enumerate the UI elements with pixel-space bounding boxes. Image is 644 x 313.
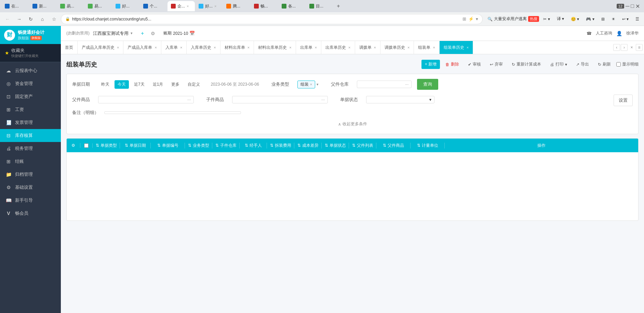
query-button[interactable]: 查询 xyxy=(417,79,438,90)
tab-transfer[interactable]: 调拨单 × xyxy=(355,41,380,54)
browser-tab-8[interactable]: 好... × xyxy=(195,1,223,11)
brightness-tool[interactable]: ☀ xyxy=(609,16,617,22)
translate-tool[interactable]: 译 ▾ xyxy=(555,15,566,23)
tab-close[interactable]: × xyxy=(155,45,157,49)
tab-transfer-history[interactable]: 调拨单历史 × xyxy=(380,41,414,54)
nav-item-invoice[interactable]: 🧾 发票管理 xyxy=(0,116,61,129)
date-option-1month[interactable]: 近1月 xyxy=(150,80,166,89)
tab-close[interactable]: × xyxy=(348,45,350,49)
nav-left-arrow[interactable]: ‹ xyxy=(613,44,620,51)
recalculate-button[interactable]: ↻ 重新计算成本 xyxy=(508,60,545,69)
grid-tool[interactable]: ⊞ xyxy=(599,16,607,22)
col-header-disassemble-fee[interactable]: ⇅ 拆装费用 xyxy=(267,143,294,148)
tab-close[interactable]: × xyxy=(180,45,182,49)
nav-menu-button[interactable]: ≡ xyxy=(636,44,643,51)
date-option-custom[interactable]: 自定义 xyxy=(185,80,203,89)
cut-tool[interactable]: ✂ ▾ xyxy=(541,16,552,22)
col-header-unit[interactable]: ⇅ 计量单位 xyxy=(411,143,445,148)
col-header-date[interactable]: ⇅ 单据日期 xyxy=(120,143,151,148)
col-header-number[interactable]: ⇅ 单据编号 xyxy=(151,143,185,148)
nav-item-salary[interactable]: ⊞ 工资 xyxy=(0,103,61,116)
tab-close[interactable]: × xyxy=(117,45,119,49)
tab-close[interactable]: × xyxy=(374,45,376,49)
minimize-button[interactable]: ─ xyxy=(626,3,629,9)
header-checkbox[interactable] xyxy=(84,143,89,148)
settings-button[interactable]: 设置 xyxy=(614,95,633,106)
undo-tool[interactable]: ↩ ▾ xyxy=(620,16,631,22)
emoji-tool[interactable]: 😊 ▾ xyxy=(569,16,581,22)
close-button[interactable]: ✕ xyxy=(635,3,640,10)
browser-tab-3[interactable]: 易... xyxy=(57,1,84,11)
col-header-cost-diff[interactable]: ⇅ 成本差异 xyxy=(294,143,322,148)
child-goods-more[interactable]: ··· xyxy=(321,97,325,102)
menu-tool[interactable]: ☰ xyxy=(633,16,641,22)
tab-material-outbound[interactable]: 材料出库单 × xyxy=(220,41,254,54)
tab-outbound-history[interactable]: 出库单历史 × xyxy=(321,41,355,54)
nav-item-settle[interactable]: ⊞ 结账 xyxy=(0,155,61,168)
column-settings-button[interactable]: ⚙ xyxy=(67,143,80,148)
browser-tab-9[interactable]: 腾... xyxy=(223,1,250,11)
back-button[interactable]: ← xyxy=(3,14,12,24)
calendar-icon[interactable]: 📅 xyxy=(189,31,195,36)
col-header-status[interactable]: ⇅ 单据状态 xyxy=(322,143,349,148)
tab-assembly-history[interactable]: 组装单历史 × xyxy=(440,41,473,54)
game-tool[interactable]: 🎮 ▾ xyxy=(584,16,596,22)
status-select[interactable]: ▾ xyxy=(366,96,434,103)
tab-production-inbound-history[interactable]: 产成品入库单历史 × xyxy=(78,41,123,54)
nav-right-arrow[interactable]: › xyxy=(621,44,628,51)
col-header-type[interactable]: ⇅ 单据类型 xyxy=(93,143,120,148)
browser-tab-active[interactable]: 企... × xyxy=(167,1,195,11)
nav-item-guide[interactable]: 📖 新手引导 xyxy=(0,194,61,207)
col-header-parent-list[interactable]: ⇅ 父件列表 xyxy=(349,143,376,148)
browser-tab-1[interactable]: 在... xyxy=(1,1,29,11)
nav-item-funds[interactable]: ◎ 资金管理 xyxy=(0,77,61,90)
warehouse-input[interactable]: ··· xyxy=(357,81,412,88)
company-dropdown[interactable]: ▾ xyxy=(131,31,133,35)
tab-home[interactable]: 首页 xyxy=(61,41,78,54)
tab-close[interactable]: × xyxy=(315,45,317,49)
nav-item-inventory[interactable]: ⊟ 库存核算 xyxy=(0,129,61,142)
date-option-7days[interactable]: 近7天 xyxy=(131,80,148,89)
close-tab-button[interactable]: × xyxy=(628,44,635,51)
tab-close[interactable]: × xyxy=(289,45,291,49)
tab-close[interactable]: × xyxy=(407,45,410,49)
period-selector[interactable]: 账期 2021-10 📅 xyxy=(163,30,195,36)
tab-close[interactable]: × xyxy=(467,45,469,49)
nav-item-settings[interactable]: ⚙ 基础设置 xyxy=(0,181,61,194)
col-header-parent-goods[interactable]: ⇅ 父件商品 xyxy=(376,143,411,148)
settings-config[interactable]: ⚙ xyxy=(151,31,155,36)
tab-assembly[interactable]: 组装单 × xyxy=(414,41,439,54)
nav-item-tax[interactable]: 🖨 税务管理 xyxy=(0,142,61,155)
tab-inbound[interactable]: 入库单 × xyxy=(161,41,187,54)
nav-item-member[interactable]: V 畅会员 xyxy=(0,207,61,220)
note-input[interactable] xyxy=(104,111,241,114)
parent-goods-input[interactable]: ··· xyxy=(98,96,194,103)
col-header-child-warehouse[interactable]: ⇅ 子件仓库 xyxy=(212,143,240,148)
select-all-checkbox[interactable] xyxy=(80,143,93,148)
date-option-yesterday[interactable]: 昨天 xyxy=(98,80,112,89)
date-option-more[interactable]: 更多 xyxy=(168,80,183,89)
address-dropdown[interactable]: ▾ xyxy=(476,16,478,22)
tab-production-inbound[interactable]: 产成品入库单 × xyxy=(123,41,161,54)
refresh-button[interactable]: ↻ 刷新 xyxy=(594,60,614,69)
nav-item-archive[interactable]: 📁 归档管理 xyxy=(0,168,61,181)
col-header-business[interactable]: ⇅ 业务类型 xyxy=(185,143,212,148)
collapse-button[interactable]: ∧ 收起更多条件 xyxy=(72,119,633,129)
business-type-dropdown[interactable]: ▾ xyxy=(317,82,319,87)
tag-close-button[interactable]: × xyxy=(310,82,312,86)
browser-tab-12[interactable]: 目... xyxy=(306,1,333,11)
address-bar[interactable]: 🔒 https://cloud.chanjet.com/accounting/u… xyxy=(61,14,483,24)
browser-tab-11[interactable]: 各... xyxy=(278,1,306,11)
home-button[interactable]: ⌂ xyxy=(38,14,47,24)
more-options-icon[interactable]: ··· xyxy=(405,82,408,87)
date-option-today[interactable]: 今天 xyxy=(115,80,129,89)
export-button[interactable]: ↗ 导出 xyxy=(573,60,592,69)
browser-tab-4[interactable]: 易... xyxy=(84,1,112,11)
add-company-button[interactable]: + xyxy=(141,30,144,37)
bookmark-button[interactable]: ☆ xyxy=(49,14,59,24)
tab-inbound-history[interactable]: 入库单历史 × xyxy=(187,41,220,54)
tab-close[interactable]: × xyxy=(214,45,216,49)
lightning-icon[interactable]: ⚡ xyxy=(468,16,474,22)
refresh-browser-button[interactable]: ↻ xyxy=(26,14,36,24)
nav-item-cloud-reports[interactable]: ☁ 云报表中心 xyxy=(0,64,61,77)
